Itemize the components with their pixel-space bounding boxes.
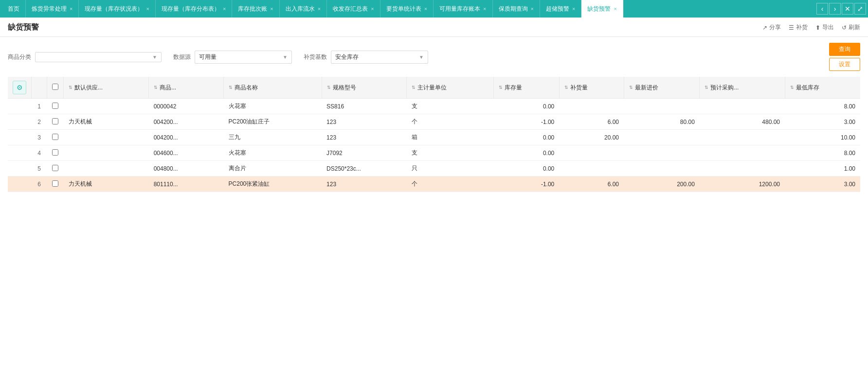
select-all-checkbox[interactable] [52,84,58,90]
row-checkbox-cell[interactable] [47,161,64,176]
row-replen: 20.00 [559,130,624,145]
tab-recv-close[interactable]: × [371,6,374,12]
row-checkbox-cell[interactable] [47,114,64,130]
tab-stock-dist-close[interactable]: × [223,6,226,12]
row-name: 三九 [224,130,322,145]
main-content: 缺货预警 ↗ 分享 ☰ 补货 ⬆ 导出 ↺ 刷新 商品分类 [0,18,868,387]
datasource-label: 数据源 [173,53,191,61]
data-table: ⚙ ⇅ 默认供应... ⇅ 商 [8,77,860,192]
row-gear-cell [8,99,32,114]
row-min-stock: 8.00 [785,145,860,161]
row-supplier [64,145,149,161]
export-label: 导出 [822,23,834,32]
query-button[interactable]: 查询 [829,43,860,56]
replenish-icon: ☰ [789,24,794,31]
th-minstk[interactable]: ⇅ 最低库存 [785,77,860,99]
row-latest-price: 80.00 [624,114,700,130]
th-stock[interactable]: ⇅ 库存量 [494,77,560,99]
tab-order-stat[interactable]: 要货单统计表 × [380,0,434,18]
row-checkbox[interactable] [52,103,58,109]
row-checkbox-cell[interactable] [47,130,64,145]
tab-expiry[interactable]: 保质期查询 × [493,0,540,18]
row-latest-price [624,99,700,114]
row-name: PC200张紧油缸 [224,176,322,192]
row-checkbox-cell[interactable] [47,145,64,161]
tab-expiry-close[interactable]: × [531,6,534,12]
tab-order-stat-close[interactable]: × [424,6,427,12]
tab-next-button[interactable]: › [829,3,841,15]
row-checkbox[interactable] [52,165,58,171]
column-settings-button[interactable]: ⚙ [13,81,26,94]
th-unit[interactable]: ⇅ 主计量单位 [407,77,494,99]
th-replen[interactable]: ⇅ 补货量 [559,77,624,99]
tab-stock-dist[interactable]: 现存量（库存分布表） × [156,0,232,18]
tab-stock-status[interactable]: 现存量（库存状况表） × [79,0,155,18]
tab-overstock[interactable]: 超储预警 × [540,0,581,18]
th-code-sortable: ⇅ 商品... [154,84,218,92]
th-supplier[interactable]: ⇅ 默认供应... [64,77,149,99]
table-row: 4 004600... 火花塞 J7092 支 0.00 8.00 [8,145,860,161]
th-purchase[interactable]: ⇅ 预计采购... [700,77,785,99]
row-index: 2 [32,114,47,130]
category-select[interactable]: ▼ [35,52,162,62]
table-row: 6 力天机械 801110... PC200张紧油缸 123 个 -1.00 6… [8,176,860,192]
tab-abnormal-close[interactable]: × [70,6,72,12]
tab-avail-ledger[interactable]: 可用量库存账本 × [434,0,492,18]
share-button[interactable]: ↗ 分享 [762,23,781,32]
refresh-button[interactable]: ↺ 刷新 [842,23,860,32]
row-unit: 支 [407,145,494,161]
th-purchase-sortable: ⇅ 预计采购... [705,84,779,92]
row-replen: 6.00 [559,114,624,130]
th-index [32,77,47,99]
th-checkbox [47,77,64,99]
row-name: PC200油缸庄子 [224,114,322,130]
tab-batch[interactable]: 库存批次账 × [232,0,279,18]
row-checkbox[interactable] [52,180,58,187]
th-replen-sortable: ⇅ 补货量 [564,84,619,92]
replenish-button[interactable]: ☰ 补货 [789,23,808,32]
page-title: 缺货预警 [8,22,39,33]
category-dropdown-icon: ▼ [152,54,157,60]
row-checkbox[interactable] [52,118,58,124]
row-min-stock: 1.00 [785,161,860,176]
replen-base-select[interactable]: 安全库存 ▼ [331,51,428,64]
tab-abnormal[interactable]: 炼货异常处理 × [26,0,79,18]
settings-button[interactable]: 设置 [829,58,860,71]
sort-icon-code: ⇅ [154,85,158,90]
tab-avail-ledger-close[interactable]: × [483,6,486,12]
sort-icon-stock: ⇅ [499,85,503,90]
row-latest-price [624,161,700,176]
row-checkbox-cell[interactable] [47,176,64,192]
row-checkbox[interactable] [52,134,58,140]
table-row: 1 0000042 火花塞 SS816 支 0.00 8.00 [8,99,860,114]
tab-close-all-button[interactable]: ✕ [842,3,853,15]
datasource-select[interactable]: 可用量 ▼ [195,51,292,64]
tab-expand-button[interactable]: ⤢ [854,3,866,15]
export-button[interactable]: ⬆ 导出 [815,23,834,32]
row-index: 1 [32,99,47,114]
datasource-select-value: 可用量 [199,53,279,61]
tab-inout-close[interactable]: × [318,6,321,12]
tab-overstock-close[interactable]: × [572,6,575,12]
th-price-sortable: ⇅ 最新进价 [629,84,695,92]
row-checkbox[interactable] [52,149,58,156]
tab-recv[interactable]: 收发存汇总表 × [327,0,380,18]
tab-prev-button[interactable]: ‹ [816,3,828,15]
row-est-purchase [700,161,785,176]
row-index: 3 [32,130,47,145]
tab-batch-close[interactable]: × [270,6,273,12]
th-price[interactable]: ⇅ 最新进价 [624,77,700,99]
row-spec: 123 [322,176,407,192]
tab-stock-status-close[interactable]: × [146,6,149,12]
tab-shortage[interactable]: 缺货预警 × [581,0,623,18]
tab-nav-controls: ‹ › ✕ ⤢ [816,3,866,15]
tab-shortage-close[interactable]: × [614,6,616,12]
th-code[interactable]: ⇅ 商品... [149,77,224,99]
tab-inout[interactable]: 出入库流水 × [280,0,327,18]
refresh-icon: ↺ [842,24,847,31]
th-name[interactable]: ⇅ 商品名称 [224,77,322,99]
row-checkbox-cell[interactable] [47,99,64,114]
tab-home[interactable]: 首页 [2,0,26,18]
table-header-row: ⚙ ⇅ 默认供应... ⇅ 商 [8,77,860,99]
th-spec[interactable]: ⇅ 规格型号 [322,77,407,99]
